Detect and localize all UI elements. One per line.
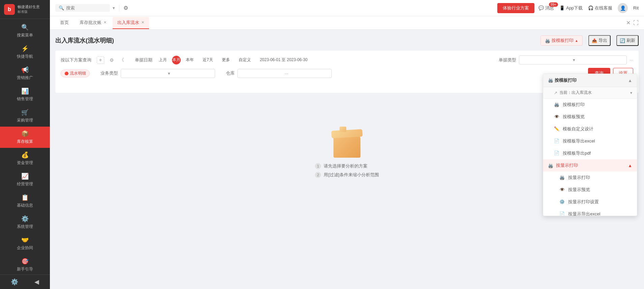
add-filter-btn[interactable]: + [97,56,104,64]
sidebar: b 畅捷通好生意 标准版 🔍 搜索菜单 ⚡ 快捷导航 📢 营销推广 📊 销售管理 [0,0,50,289]
filter-row-1: 按以下方案查询 + ⚙ 《 单据日期 上月 本月 本年 近7天 更多 自定义 [61,55,633,64]
sidebar-item-inventory[interactable]: 📦 库存核算 [0,127,50,148]
close-window-icon[interactable]: ✕ [626,20,631,26]
display-section-icon: 🖨️ [548,163,553,168]
business-type-arrow-icon: ▾ [168,71,211,76]
display-section-header[interactable]: 🖨️ 按显示打印 ▲ [543,159,637,172]
filter-collapse-icon[interactable]: 《 [119,57,124,63]
notification-badge: 99+ [549,2,558,7]
btn-separator-2 [613,37,614,44]
display-print-item[interactable]: 🖨️ 按显示打印 [543,172,637,184]
display-settings-icon: ⚙️ [559,199,565,205]
sidebar-item-system[interactable]: ⚙️ 系统管理 [0,212,50,233]
notifications-btn[interactable]: 💬 消息 99+ [538,5,554,11]
date-custom-btn[interactable]: 自定义 [235,56,255,64]
sales-icon: 📊 [21,87,29,95]
dropdown-arrow-icon[interactable]: ▾ [113,5,115,10]
topbar-search-box[interactable]: 🔍 [55,4,110,12]
bill-type-more-icon[interactable]: ··· [630,57,633,62]
template-pdf-icon: 📄 [554,151,559,156]
empty-step-1: 1 请先选择要分析的方案 [315,163,379,169]
filter-title: 按以下方案查询 [61,57,91,63]
marketing-icon: 📢 [21,66,29,74]
sidebar-item-basics[interactable]: 📋 基础信息 [0,190,50,212]
app-download-btn[interactable]: 📱 App下载 [559,5,583,11]
page-header: 出入库流水(流水明细) 🖨️ 按模板打印 ▲ 📤 导出 🔄 [55,35,639,46]
tab-home[interactable]: 首页 [55,17,74,29]
display-section-arrow-icon: ▲ [628,163,632,168]
window-controls: ✕ ⛶ [626,20,639,26]
sidebar-item-marketing[interactable]: 📢 营销推广 [0,63,50,84]
display-print-settings-item[interactable]: ⚙️ 按显示打印设置 [543,196,637,208]
sidebar-item-search[interactable]: 🔍 搜索菜单 [0,20,50,42]
app-name: 畅捷通好生意 [18,4,40,9]
purchase-icon: 🛒 [21,109,29,116]
date-current-year-btn[interactable]: 本年 [182,56,198,64]
topbar-right: 💬 消息 99+ 📱 App下载 🎧 在线客服 👤 Rit [538,3,639,13]
refresh-btn[interactable]: 🔄 刷新 [616,35,639,46]
print-template-btn[interactable]: 🖨️ 按模板打印 ▲ [540,35,583,46]
date-filter-group: 上月 本月 本年 近7天 更多 自定义 [155,56,255,64]
sidebar-item-sales[interactable]: 📊 销售管理 [0,84,50,105]
tab-batch-account[interactable]: 库存批次账 ✕ [75,17,111,29]
trial-btn[interactable]: 体验行业方案 [497,3,534,13]
search-input[interactable] [66,5,107,10]
empty-illustration [327,124,367,158]
gear-icon[interactable]: ⚙ [123,5,128,11]
current-arrow-icon: ▾ [630,90,632,95]
avatar[interactable]: 👤 [618,3,628,13]
sidebar-item-operations[interactable]: 📈 经营管理 [0,169,50,190]
inventory-icon: 📦 [21,130,29,137]
expand-window-icon[interactable]: ⛶ [633,20,639,26]
sidebar-item-quick-nav[interactable]: ⚡ 快捷导航 [0,42,50,63]
template-export-excel-item[interactable]: 📄 按模板导出excel [543,135,637,147]
date-7days-btn[interactable]: 近7天 [199,56,217,64]
quick-nav-icon: ⚡ [21,45,29,52]
online-service-btn[interactable]: 🎧 在线客服 [588,5,612,11]
template-custom-item[interactable]: ✏️ 模板自定义设计 [543,123,637,135]
bill-type-select[interactable]: ▾ [519,55,627,64]
tab-inout-flow[interactable]: 出入库流水 ✕ [113,17,149,29]
dropdown-collapse-icon[interactable]: ▲ [628,78,632,83]
export-btn[interactable]: 📤 导出 [588,35,611,46]
settings-bottom-icon[interactable]: ⚙️ [11,278,18,286]
username: Rit [633,5,639,10]
warehouse-more-icon[interactable]: ··· [285,71,328,76]
business-type-select[interactable]: ▾ [121,69,215,78]
export-icon: 📤 [592,38,597,43]
sidebar-item-finance[interactable]: 💰 资金管理 [0,148,50,169]
service-icon: 🎧 [588,5,593,10]
sidebar-item-purchase[interactable]: 🛒 采购管理 [0,105,50,127]
date-prev-month-btn[interactable]: 上月 [155,56,171,64]
collapse-sidebar-icon[interactable]: ◀ [34,278,39,286]
print-dropdown: 🖨️ 按模板打印 ▲ ↗ 当前：出入库流水 ▾ 🖨️ 按模板打 [543,74,637,216]
current-indicator-icon: ↗ [554,90,557,95]
filter-settings-icon[interactable]: ⚙ [110,57,114,63]
btn-separator-1 [585,37,586,44]
template-export-pdf-item[interactable]: 📄 按模板导出pdf [543,147,637,159]
display-print-icon: 🖨️ [559,175,565,180]
sidebar-item-collab[interactable]: 🤝 企业协同 [0,233,50,254]
tab-close-batch-account[interactable]: ✕ [104,20,107,25]
app-logo: b 畅捷通好生意 标准版 [0,0,50,19]
search-topbar-icon: 🔍 [59,5,64,10]
display-export-excel-item[interactable]: 📄 按显示导出excel [543,208,637,216]
tab-close-inout-flow[interactable]: ✕ [141,20,144,25]
bill-type-arrow-icon: ▾ [573,57,623,62]
date-more-btn[interactable]: 更多 [218,56,234,64]
page-content: 出入库流水(流水明细) 🖨️ 按模板打印 ▲ 📤 导出 🔄 [50,30,644,289]
dropdown-current: ↗ 当前：出入库流水 ▾ [543,87,637,99]
message-icon: 💬 [538,5,544,10]
sidebar-nav: 🔍 搜索菜单 ⚡ 快捷导航 📢 营销推广 📊 销售管理 🛒 采购管理 📦 [0,19,50,274]
page-title: 出入库流水(流水明细) [55,36,114,45]
template-preview-item[interactable]: 👁️ 按模板预览 [543,111,637,123]
empty-step-2: 2 用[过滤]条件来缩小分析范围 [315,172,379,178]
date-current-month-btn[interactable]: 本月 [172,56,181,64]
operations-icon: 📈 [21,173,29,180]
guide-icon: 🎯 [21,258,29,265]
warehouse-select[interactable]: ··· [237,69,332,78]
template-print-item[interactable]: 🖨️ 按模板打印 [543,99,637,111]
display-excel-icon: 📄 [559,211,565,216]
sidebar-item-guide[interactable]: 🎯 新手引导 [0,254,50,274]
display-preview-item[interactable]: 👁️ 按显示预览 [543,184,637,196]
